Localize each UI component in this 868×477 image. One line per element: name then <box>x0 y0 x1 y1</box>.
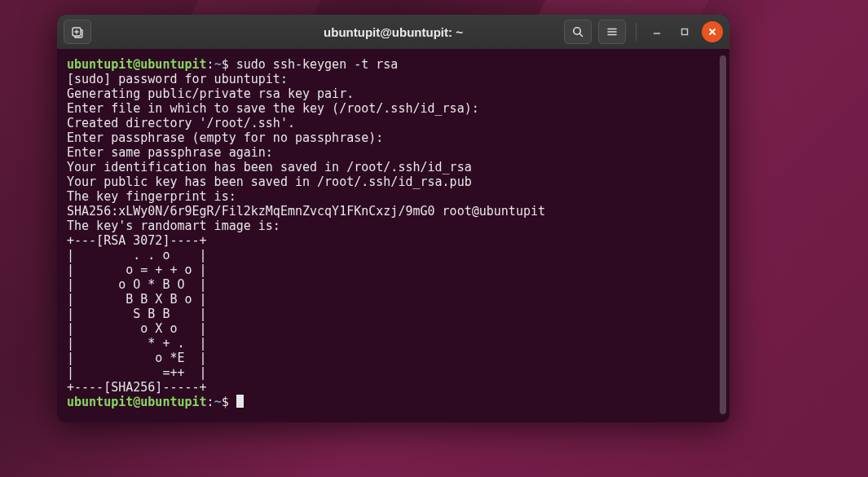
search-button[interactable] <box>564 20 592 44</box>
output-line: | S B B | <box>67 307 720 321</box>
output-line: The key's randomart image is: <box>67 219 720 233</box>
search-icon <box>571 25 584 38</box>
hamburger-icon <box>606 25 619 38</box>
svg-line-4 <box>579 33 582 36</box>
output-line: Enter file in which to save the key (/ro… <box>67 101 720 116</box>
close-button[interactable] <box>702 21 723 42</box>
output-line: Your identification has been saved in /r… <box>67 160 720 174</box>
output-line: | o O * B O | <box>67 277 720 292</box>
prompt-path: ~ <box>214 57 222 72</box>
new-tab-icon <box>71 25 84 38</box>
output-line: +---[RSA 3072]----+ <box>67 233 720 248</box>
terminal-body[interactable]: ubuntupit@ubuntupit:~$ sudo ssh-keygen -… <box>57 49 729 422</box>
prompt-separator: : <box>207 57 214 72</box>
output-line: | o X o | <box>67 321 720 336</box>
scrollbar[interactable] <box>720 55 726 414</box>
output-line: | . . o | <box>67 248 720 263</box>
new-tab-button[interactable] <box>64 20 91 44</box>
titlebar: ubuntupit@ubuntupit: ~ <box>57 15 729 49</box>
prompt-line: ubuntupit@ubuntupit:~$ sudo ssh-keygen -… <box>67 57 720 72</box>
prompt-user-host: ubuntupit@ubuntupit <box>67 57 207 72</box>
output-line: | =++ | <box>67 365 720 380</box>
prompt-path: ~ <box>214 395 222 409</box>
output-line: | B B X B o | <box>67 292 720 307</box>
prompt-symbol: $ <box>222 57 229 72</box>
prompt-user-host: ubuntupit@ubuntupit <box>67 395 207 409</box>
cursor <box>236 395 244 408</box>
prompt-line: ubuntupit@ubuntupit:~$ <box>67 395 720 409</box>
output-line: [sudo] password for ubuntupit: <box>67 72 720 86</box>
prompt-symbol: $ <box>222 395 229 409</box>
output-line: Enter passphrase (empty for no passphras… <box>67 130 720 145</box>
maximize-button[interactable] <box>674 21 695 42</box>
output-line: The key fingerprint is: <box>67 189 720 204</box>
minimize-icon <box>652 27 662 37</box>
output-line: +----[SHA256]-----+ <box>67 380 720 395</box>
output-line: SHA256:xLWy0N/6r9EgR/Fil2kzMqEmnZvcqY1FK… <box>67 204 720 219</box>
output-line: Generating public/private rsa key pair. <box>67 86 720 101</box>
window-title: ubuntupit@ubuntupit: ~ <box>324 25 463 39</box>
output-line: Created directory '/root/.ssh'. <box>67 116 720 130</box>
svg-rect-9 <box>682 29 688 35</box>
output-line: | o *E | <box>67 351 720 365</box>
output-line: | * + . | <box>67 336 720 351</box>
output-line: Your public key has been saved in /root/… <box>67 174 720 189</box>
prompt-separator: : <box>207 395 214 409</box>
maximize-icon <box>680 27 690 37</box>
output-line: | o = + + o | <box>67 263 720 277</box>
terminal-window: ubuntupit@ubuntupit: ~ <box>57 15 729 422</box>
menu-button[interactable] <box>598 20 626 44</box>
output-line: Enter same passphrase again: <box>67 145 720 160</box>
minimize-button[interactable] <box>646 21 668 42</box>
close-icon <box>707 27 717 37</box>
command-text: sudo ssh-keygen -t rsa <box>236 57 399 72</box>
